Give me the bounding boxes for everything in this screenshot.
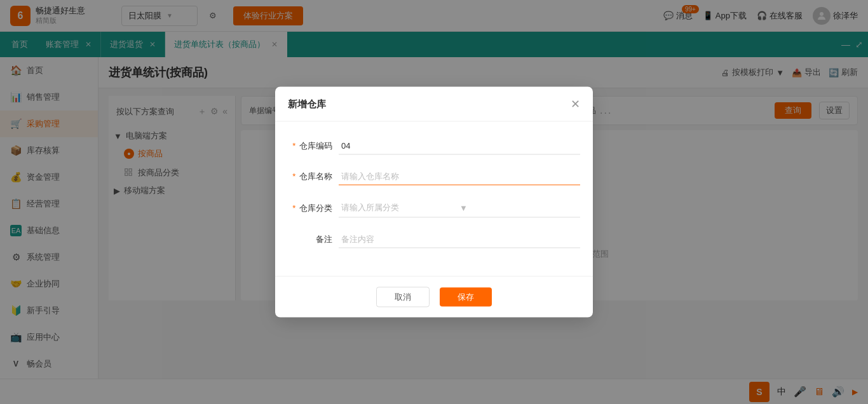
category-arrow-icon: ▼: [459, 203, 578, 212]
cancel-button[interactable]: 取消: [376, 287, 430, 307]
modal-body: * 仓库编码 * 仓库名称 * 仓库分类 请输入所属分类 ▼: [275, 122, 593, 276]
warehouse-name-label: * 仓库名称: [288, 171, 339, 182]
warehouse-name-row: * 仓库名称: [288, 168, 580, 185]
warehouse-category-label: * 仓库分类: [288, 202, 339, 213]
modal-title: 新增仓库: [288, 98, 326, 110]
warehouse-code-row: * 仓库编码: [288, 137, 580, 155]
warehouse-notes-row: 备注: [288, 231, 580, 248]
warehouse-category-row: * 仓库分类 请输入所属分类 ▼: [288, 198, 580, 218]
warehouse-name-input[interactable]: [339, 168, 580, 185]
warehouse-notes-input[interactable]: [339, 231, 580, 248]
modal-header: 新增仓库 ✕: [275, 87, 593, 122]
modal-close-button[interactable]: ✕: [571, 97, 580, 111]
save-button[interactable]: 保存: [440, 288, 492, 307]
warehouse-notes-label: 备注: [288, 234, 339, 245]
warehouse-code-input[interactable]: [339, 137, 580, 155]
add-warehouse-modal: 新增仓库 ✕ * 仓库编码 * 仓库名称 * 仓库分类 请输入: [275, 87, 593, 318]
modal-footer: 取消 保存: [275, 276, 593, 318]
warehouse-category-select[interactable]: 请输入所属分类 ▼: [339, 198, 580, 218]
warehouse-code-label: * 仓库编码: [288, 140, 339, 152]
